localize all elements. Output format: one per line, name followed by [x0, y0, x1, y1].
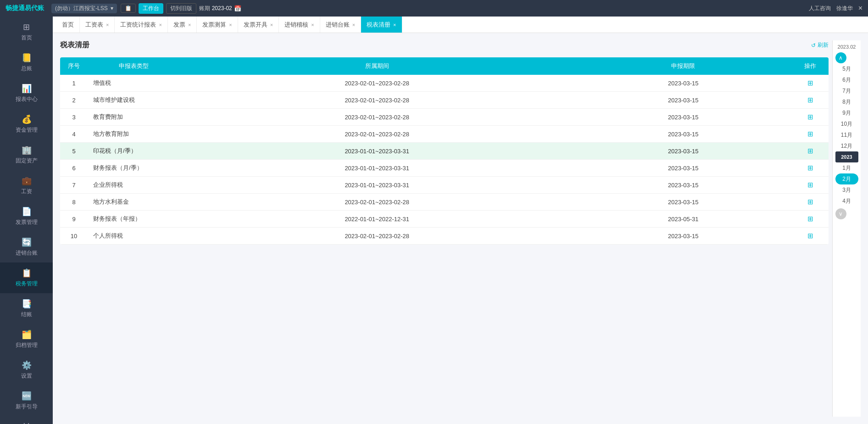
cell-period: 2023-01-01~2023-03-31: [179, 177, 574, 194]
tab-invoice_open[interactable]: 发票开具×: [238, 17, 279, 33]
wage-icon: 💼: [22, 176, 32, 186]
calendar-scroll-down[interactable]: ∨: [835, 208, 846, 219]
table-row: 3 教育费附加 2023-02-01~2023-02-28 2023-03-15…: [60, 109, 829, 126]
sidebar-item-invoice[interactable]: 📄发票管理: [0, 201, 53, 232]
sidebar-item-tax[interactable]: 📋税务管理: [0, 262, 53, 293]
sidebar-label-report: 报表中心: [16, 95, 38, 103]
sidebar-item-member[interactable]: V畅会员: [0, 416, 53, 424]
month-2023-4月[interactable]: 4月: [835, 195, 858, 206]
view-icon[interactable]: ⊞: [807, 164, 813, 172]
cell-action: ⊞: [792, 109, 829, 126]
calendar-icon[interactable]: 📅: [234, 5, 241, 12]
sidebar-item-asset[interactable]: 🏢固定资产: [0, 139, 53, 170]
tab-purchase_ledger[interactable]: 进销台账×: [320, 17, 361, 33]
month-8月[interactable]: 8月: [835, 96, 858, 107]
tab-close-purchase_ledger[interactable]: ×: [352, 22, 355, 28]
month-2023-2月[interactable]: 2月: [835, 173, 858, 184]
ai-consult[interactable]: 人工咨询: [809, 5, 831, 12]
cell-deadline: 2023-03-15: [574, 109, 792, 126]
tab-invoice_calc[interactable]: 发票测算×: [197, 17, 238, 33]
table-header-row: 序号 申报表类型 所属期间 申报期限 操作: [60, 57, 829, 75]
period-value: 2023-02: [212, 5, 232, 11]
cell-type: 地方水利基金: [88, 194, 179, 211]
cell-deadline: 2023-03-15: [574, 75, 792, 92]
tab-close-invoice_calc[interactable]: ×: [229, 22, 232, 28]
cell-action: ⊞: [792, 92, 829, 109]
cell-type: 企业所得税: [88, 177, 179, 194]
tab-close-invoice[interactable]: ×: [188, 22, 191, 28]
view-icon[interactable]: ⊞: [807, 215, 813, 223]
sidebar-item-archive[interactable]: 🗂️归档管理: [0, 324, 53, 355]
view-icon[interactable]: ⊞: [807, 232, 813, 240]
cell-no: 7: [60, 177, 88, 194]
sidebar-item-guide[interactable]: 🆕新手引导: [0, 385, 53, 416]
cell-no: 3: [60, 109, 88, 126]
calendar-scroll-up[interactable]: ∧: [835, 52, 846, 63]
home-icon: ⊞: [23, 22, 30, 32]
copy-button[interactable]: 📋: [121, 4, 136, 13]
cell-no: 10: [60, 228, 88, 245]
switch-old-button[interactable]: 切到旧版: [166, 3, 196, 14]
sidebar-item-home[interactable]: ⊞首页: [0, 17, 53, 47]
month-11月[interactable]: 11月: [835, 129, 858, 140]
month-6月[interactable]: 6月: [835, 74, 858, 85]
fund-icon: 💰: [22, 114, 32, 124]
cell-deadline: 2023-03-15: [574, 92, 792, 109]
sidebar-item-fund[interactable]: 💰资金管理: [0, 109, 53, 139]
tab-invoice[interactable]: 发票×: [168, 17, 197, 33]
tab-close-payroll_report[interactable]: ×: [159, 22, 161, 28]
workspace-button[interactable]: 工作台: [139, 3, 163, 14]
member-icon: V: [23, 422, 29, 424]
sidebar-item-purchase[interactable]: 🔄进销台账: [0, 232, 53, 262]
month-2023-1月[interactable]: 1月: [835, 162, 858, 173]
month-9月[interactable]: 9月: [835, 107, 858, 118]
tab-close-purchase_check[interactable]: ×: [311, 22, 314, 28]
view-icon[interactable]: ⊞: [807, 198, 813, 206]
cell-type: 印花税（月/季）: [88, 143, 179, 160]
sidebar-item-wage[interactable]: 💼工资: [0, 170, 53, 201]
top-bar: 畅捷通易代账 (勿动）江西报宝-LSS ▾ 📋 工作台 切到旧版 账期 2023…: [0, 0, 868, 17]
month-7月[interactable]: 7月: [835, 85, 858, 96]
top-bar-right: 人工咨询 徐逢华 ×: [809, 4, 862, 12]
sidebar-label-asset: 固定资产: [16, 157, 38, 165]
month-10月[interactable]: 10月: [835, 118, 858, 129]
view-icon[interactable]: ⊞: [807, 181, 813, 189]
sidebar-item-settings[interactable]: ⚙️设置: [0, 355, 53, 385]
view-icon[interactable]: ⊞: [807, 147, 813, 155]
tab-close-payroll[interactable]: ×: [106, 22, 109, 28]
sidebar-item-settlement[interactable]: 📑结账: [0, 293, 53, 324]
view-icon[interactable]: ⊞: [807, 113, 813, 121]
tab-close-invoice_open[interactable]: ×: [270, 22, 273, 28]
table-row: 7 企业所得税 2023-01-01~2023-03-31 2023-03-15…: [60, 177, 829, 194]
sidebar: ⊞首页📒总账📊报表中心💰资金管理🏢固定资产💼工资📄发票管理🔄进销台账📋税务管理📑…: [0, 17, 53, 424]
cell-period: 2023-01-01~2023-03-31: [179, 160, 574, 177]
view-icon[interactable]: ⊞: [807, 79, 813, 87]
cell-period: 2023-02-01~2023-02-28: [179, 228, 574, 245]
close-window-icon[interactable]: ×: [858, 4, 862, 12]
tax-icon: 📋: [22, 268, 32, 278]
tab-close-tax_clearance[interactable]: ×: [393, 22, 396, 28]
view-icon[interactable]: ⊞: [807, 96, 813, 104]
cell-type: 教育费附加: [88, 109, 179, 126]
company-selector[interactable]: (勿动）江西报宝-LSS ▾: [51, 4, 117, 13]
refresh-button[interactable]: ↺ 刷新: [811, 41, 829, 49]
cell-period: 2023-01-01~2023-03-31: [179, 143, 574, 160]
tab-tax_clearance[interactable]: 税表清册×: [361, 17, 402, 33]
tab-payroll[interactable]: 工资表×: [80, 17, 115, 33]
user-name[interactable]: 徐逢华: [836, 5, 853, 12]
tab-purchase_check[interactable]: 进销稽核×: [279, 17, 320, 33]
month-5月[interactable]: 5月: [835, 63, 858, 74]
cell-type: 个人所得税: [88, 228, 179, 245]
sidebar-label-ledger: 总账: [21, 65, 32, 73]
tab-label-payroll: 工资表: [85, 21, 103, 29]
view-icon[interactable]: ⊞: [807, 130, 813, 138]
tab-payroll_report[interactable]: 工资统计报表×: [115, 17, 167, 33]
tab-label-invoice: 发票: [173, 21, 185, 29]
month-2023-3月[interactable]: 3月: [835, 184, 858, 195]
tab-home[interactable]: 首页: [56, 17, 80, 33]
sidebar-item-report[interactable]: 📊报表中心: [0, 78, 53, 109]
sidebar-item-ledger[interactable]: 📒总账: [0, 47, 53, 78]
cell-action: ⊞: [792, 75, 829, 92]
month-12月[interactable]: 12月: [835, 140, 858, 151]
cell-deadline: 2023-03-15: [574, 194, 792, 211]
